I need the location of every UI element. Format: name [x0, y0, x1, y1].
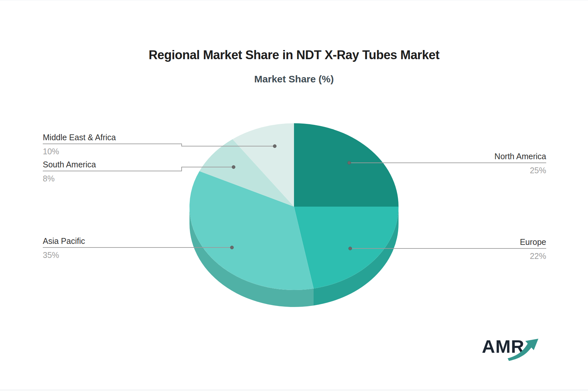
slice-percent-south-america: 8% — [43, 174, 200, 183]
callout-middle-east-africa: Middle East & Africa 10% — [43, 132, 200, 156]
bottom-edge-strip — [0, 389, 588, 391]
slice-label-south-america: South America — [43, 160, 200, 169]
anchor-dot-europe — [349, 247, 352, 250]
callout-europe: Europe 22% — [389, 237, 546, 261]
pie-slice-north-america[interactable] — [294, 123, 399, 207]
anchor-dot-south-america — [232, 165, 235, 169]
slice-label-middle-east-africa: Middle East & Africa — [43, 132, 200, 142]
brand-logo: AMR — [480, 337, 546, 366]
brand-logo-arrow-icon — [480, 337, 546, 366]
chart-page: Regional Market Share in NDT X-Ray Tubes… — [0, 0, 588, 391]
pie-chart-canvas — [0, 0, 588, 391]
callout-north-america: North America 25% — [389, 151, 546, 175]
slice-label-europe: Europe — [389, 237, 546, 247]
anchor-dot-asia-pacific — [230, 246, 234, 249]
slice-label-asia-pacific: Asia Pacific — [43, 236, 200, 246]
callout-asia-pacific: Asia Pacific 35% — [43, 236, 200, 260]
slice-percent-europe: 22% — [389, 251, 546, 261]
callout-south-america: South America 8% — [43, 160, 200, 183]
anchor-dot-north-america — [348, 161, 351, 164]
slice-percent-middle-east-africa: 10% — [43, 146, 200, 156]
slice-percent-north-america: 25% — [389, 165, 546, 175]
anchor-dot-middle-east-africa — [273, 144, 276, 148]
slice-percent-asia-pacific: 35% — [43, 250, 200, 260]
slice-label-north-america: North America — [389, 151, 546, 161]
